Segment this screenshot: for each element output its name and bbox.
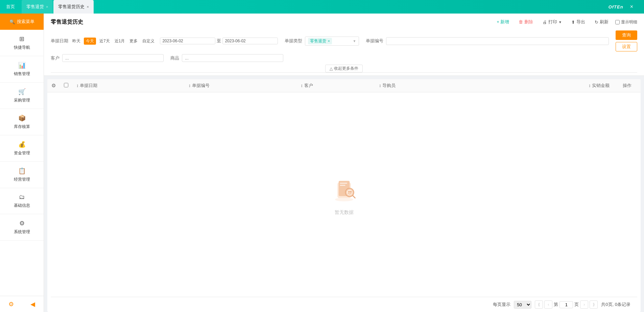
svg-line-7 xyxy=(353,196,355,198)
tab-close-history[interactable]: × xyxy=(87,5,89,9)
sidebar-item-inventory[interactable]: 📦 库存核算 xyxy=(0,109,44,135)
tab-retail-return[interactable]: 零售退货 × xyxy=(22,0,53,14)
tab-home[interactable]: 首页 xyxy=(0,0,21,14)
filter-row-1: 单据日期 昨天 今天 近7天 近1月 更多 自定义 至 xyxy=(51,30,637,51)
show-detail-label: 显示明细 xyxy=(621,19,637,25)
sidebar-item-system[interactable]: ⚙ 系统管理 xyxy=(0,214,44,241)
sidebar-item-basic-info[interactable]: 🗂 基础信息 xyxy=(0,188,44,214)
sidebar-item-finance[interactable]: 💰 资金管理 xyxy=(0,135,44,162)
collapse-sidebar-icon[interactable]: ◀ xyxy=(30,300,35,308)
svg-rect-4 xyxy=(340,185,345,186)
date-1month[interactable]: 近1月 xyxy=(113,38,126,45)
th-no[interactable]: ↕ 单据编号 xyxy=(185,79,297,92)
sidebar-item-label: 采购管理 xyxy=(14,97,30,103)
sidebar-item-label: 库存核算 xyxy=(14,124,30,130)
sidebar-menu: ⊞ 快捷导航 📊 销售管理 🛒 采购管理 📦 库存核算 💰 资金管理 📋 xyxy=(0,30,44,296)
query-button[interactable]: 查询 xyxy=(616,30,637,40)
th-no-label: ↕ 单据编号 xyxy=(189,83,210,88)
filter-row-2: 客户 商品 xyxy=(51,54,637,62)
date-yesterday[interactable]: 昨天 xyxy=(71,38,82,45)
window-close-btn[interactable]: × xyxy=(626,4,637,10)
show-detail-checkbox[interactable] xyxy=(615,20,620,24)
th-actions: 操作 xyxy=(614,79,641,92)
select-all-checkbox[interactable] xyxy=(64,83,68,87)
table-wrapper: ⚙ ↕ 单据日期 ↕ 单据编号 xyxy=(47,79,641,297)
delete-button[interactable]: 🗑 删除 xyxy=(516,18,536,26)
date-custom[interactable]: 自定义 xyxy=(141,38,156,45)
settings-bottom-icon[interactable]: ⚙ xyxy=(8,300,14,308)
export-icon: ⬆ xyxy=(571,20,575,25)
empty-state: 暂无数据 xyxy=(47,92,641,297)
goods-input[interactable] xyxy=(182,54,283,62)
th-guide[interactable]: ↕ 导购员 xyxy=(375,79,470,92)
th-date-label: ↕ 单据日期 xyxy=(76,83,97,88)
svg-point-8 xyxy=(348,191,350,193)
sales-icon: 📊 xyxy=(18,62,26,69)
date-from-input[interactable] xyxy=(160,38,215,44)
date-more[interactable]: 更多 xyxy=(128,38,139,45)
sidebar-item-label: 系统管理 xyxy=(14,229,30,235)
print-icon: 🖨 xyxy=(543,20,547,25)
purchase-icon: 🛒 xyxy=(18,88,26,95)
svg-point-9 xyxy=(350,191,352,193)
action-btns: 查询 设置 xyxy=(616,30,637,51)
brand-label: OfTEn xyxy=(609,4,623,9)
voucher-no-input[interactable] xyxy=(386,37,609,45)
goods-label: 商品 xyxy=(170,55,179,61)
page-prev-btn[interactable]: ‹ xyxy=(544,300,552,309)
voucher-type-tag-close[interactable]: × xyxy=(328,39,330,43)
sidebar-item-quick-nav[interactable]: ⊞ 快捷导航 xyxy=(0,30,44,56)
th-date[interactable]: ↕ 单据日期 xyxy=(72,79,185,92)
voucher-type-label: 单据类型 xyxy=(285,38,302,44)
print-button[interactable]: 🖨 🖨 打印 打印 ▼ xyxy=(540,18,565,26)
sidebar-search[interactable]: 🔍 搜索菜单 xyxy=(0,14,44,30)
export-button[interactable]: ⬆ 导出 xyxy=(569,18,588,26)
search-icon: 🔍 xyxy=(9,19,15,24)
show-detail-checkbox-label[interactable]: 显示明细 xyxy=(615,19,637,25)
page-next-btn[interactable]: › xyxy=(580,300,588,309)
page-number-input[interactable] xyxy=(559,301,573,308)
refresh-icon: ↻ xyxy=(595,20,598,25)
finance-icon: 💰 xyxy=(18,141,26,148)
per-page-select[interactable]: 50 10 20 100 xyxy=(514,301,531,309)
tab-retail-return-history[interactable]: 零售退货历史 × xyxy=(53,0,93,14)
table-area: ⚙ ↕ 单据日期 ↕ 单据编号 xyxy=(47,79,641,312)
page-label: 第 xyxy=(554,302,558,308)
tab-close-retail-return[interactable]: × xyxy=(46,5,48,9)
date-today[interactable]: 今天 xyxy=(84,38,96,45)
new-button[interactable]: + 新增 xyxy=(494,18,512,26)
date-to-input[interactable] xyxy=(222,38,278,44)
th-customer[interactable]: ↕ 客户 xyxy=(297,79,375,92)
pagination-bar: 每页显示 50 10 20 100 ⟪ ‹ 第 页 › ⟫ 共0页, 0条记录 xyxy=(51,297,637,312)
page-header: 零售退货历史 + 新增 🗑 删除 🖨 🖨 打印 打印 ▼ ⬆ 导出 xyxy=(44,14,644,76)
date-filter-buttons: 昨天 今天 近7天 近1月 更多 自定义 xyxy=(71,38,156,45)
sidebar-search-label: 搜索菜单 xyxy=(17,19,34,25)
empty-illustration xyxy=(329,174,359,204)
collapse-button[interactable]: △ 收起更多条件 xyxy=(325,65,363,72)
refresh-button[interactable]: ↻ 刷新 xyxy=(592,18,611,26)
customer-input[interactable] xyxy=(62,54,164,62)
date-range: 至 xyxy=(160,38,278,44)
th-guide-label: ↕ 导购员 xyxy=(379,83,396,88)
setting-button[interactable]: 设置 xyxy=(616,42,637,51)
voucher-type-select[interactable]: 零售退货 × ▼ xyxy=(305,37,359,46)
inventory-icon: 📦 xyxy=(18,114,26,122)
sidebar-item-sales[interactable]: 📊 销售管理 xyxy=(0,56,44,83)
system-icon: ⚙ xyxy=(19,220,25,227)
sidebar-item-purchase[interactable]: 🛒 采购管理 xyxy=(0,83,44,109)
table-settings-icon[interactable]: ⚙ xyxy=(51,83,56,88)
date-7days[interactable]: 近7天 xyxy=(98,38,111,45)
table-header: ⚙ ↕ 单据日期 ↕ 单据编号 xyxy=(47,79,641,92)
sidebar-item-label: 经营管理 xyxy=(14,177,30,182)
page-last-btn[interactable]: ⟫ xyxy=(590,300,598,309)
svg-rect-3 xyxy=(340,183,347,184)
voucher-type-tag: 零售退货 × xyxy=(308,38,332,44)
toolbar: + 新增 🗑 删除 🖨 🖨 打印 打印 ▼ ⬆ 导出 ↻ 刷新 xyxy=(494,18,637,26)
sidebar: 🔍 搜索菜单 ⊞ 快捷导航 📊 销售管理 🛒 采购管理 📦 库存核算 💰 xyxy=(0,14,44,312)
page-first-btn[interactable]: ⟪ xyxy=(535,300,543,309)
data-table: ⚙ ↕ 单据日期 ↕ 单据编号 xyxy=(47,79,641,92)
th-customer-label: ↕ 客户 xyxy=(301,83,313,88)
sidebar-item-operation[interactable]: 📋 经营管理 xyxy=(0,162,44,188)
voucher-no-label: 单据编号 xyxy=(366,38,383,44)
th-amount[interactable]: ↕ 实销金额 xyxy=(501,79,614,92)
